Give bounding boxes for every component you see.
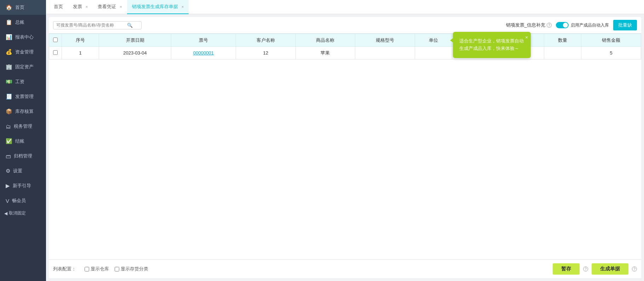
header-amount: 销售金额	[581, 34, 641, 47]
sidebar-item-label: 设置	[13, 168, 22, 174]
tab-generate-inventory-label: 销项发票生成库存单据	[132, 4, 178, 10]
tab-voucher-label: 查看凭证	[98, 4, 116, 10]
reports-icon: 📊	[6, 34, 12, 40]
tab-home-label: 首页	[54, 4, 63, 10]
sidebar-item-label: 报表中心	[15, 34, 34, 40]
save-info-icon[interactable]: ?	[583, 266, 588, 271]
info-label: 销项发票_信息补充 ?	[506, 22, 552, 28]
sidebar-item-settings[interactable]: ⚙ 设置	[0, 164, 46, 178]
sidebar-item-label: 结账	[15, 138, 24, 144]
sidebar-item-label: 总账	[15, 19, 24, 25]
table-wrap: 序号 开票日期 票号 客户名称 商品名称 规格型号 单位 * 存货名称 数量 销…	[49, 34, 641, 259]
close-accounts-icon: ✅	[6, 138, 12, 144]
sidebar: 🏠 首页 📋 总账 📊 报表中心 💰 资金管理 🏢 固定资产 💵 工资 🧾 发票…	[0, 0, 46, 281]
tab-invoice[interactable]: 发票 ×	[68, 0, 93, 14]
table-header-row: 序号 开票日期 票号 客户名称 商品名称 规格型号 单位 * 存货名称 数量 销…	[49, 34, 641, 47]
show-category-checkbox[interactable]	[115, 267, 119, 271]
sidebar-item-guide[interactable]: ▶ 新手引导	[0, 178, 46, 193]
header-customer: 客户名称	[236, 34, 295, 47]
row-qty	[544, 47, 581, 59]
generate-info-icon[interactable]: ?	[632, 266, 637, 271]
guide-icon: ▶	[6, 183, 10, 189]
row-checkbox[interactable]	[53, 50, 58, 55]
tab-bar: 首页 发票 × 查看凭证 × 销项发票生成库存单据 ×	[46, 0, 644, 14]
row-unit	[415, 47, 452, 59]
sidebar-item-vip[interactable]: V 畅会员	[0, 193, 46, 208]
tab-invoice-close[interactable]: ×	[86, 5, 88, 9]
sidebar-item-archive[interactable]: 🗃 归档管理	[0, 149, 46, 164]
sidebar-item-inventory[interactable]: 📦 库存核算	[0, 104, 46, 119]
row-spec	[355, 47, 415, 59]
ledger-icon: 📋	[6, 19, 12, 25]
sidebar-item-label: 资金管理	[15, 49, 34, 55]
sidebar-item-ledger[interactable]: 📋 总账	[0, 15, 46, 30]
sidebar-item-reports[interactable]: 📊 报表中心	[0, 30, 46, 45]
sidebar-item-label: 税务管理	[14, 123, 32, 130]
tooltip-close[interactable]: ×	[525, 34, 528, 41]
tab-generate-inventory[interactable]: 销项发票生成库存单据 ×	[127, 0, 189, 14]
tab-voucher-close[interactable]: ×	[120, 5, 122, 9]
show-warehouse-checkbox[interactable]	[85, 267, 89, 271]
sidebar-item-label: 畅会员	[12, 197, 26, 204]
assets-icon: 🏢	[6, 64, 12, 70]
unpin-icon: ◀	[4, 211, 7, 216]
header-spec: 规格型号	[355, 34, 415, 47]
toggle-wrap: 启用产成品自动入库	[556, 22, 609, 28]
toolbar-right: 销项发票_信息补充 ? 启用产成品自动入库 批量缺	[506, 20, 637, 30]
search-input[interactable]	[56, 23, 127, 28]
save-button[interactable]: 暂存	[553, 263, 580, 275]
batch-button[interactable]: 批量缺	[613, 20, 637, 30]
table-row: 1 2023-03-04 00000001 12 苹果 000001 苹果 个 …	[49, 47, 641, 59]
inventory-icon: 📦	[6, 108, 12, 115]
show-category-label: 显示存货分类	[121, 266, 148, 272]
settings-icon: ⚙	[6, 168, 10, 174]
sidebar-item-label: 发票管理	[15, 93, 34, 100]
toggle-label: 启用产成品自动入库	[571, 22, 609, 28]
tab-home[interactable]: 首页	[49, 0, 68, 14]
show-warehouse-check[interactable]: 显示仓库	[85, 266, 109, 272]
row-ticket-no[interactable]: 00000001	[171, 47, 236, 59]
info-icon[interactable]: ?	[547, 23, 552, 28]
search-icon: 🔍	[127, 23, 133, 28]
tooltip-popup: × 适合生产型企业，销项发票自动生成产成品入库，快来体验～	[453, 32, 531, 58]
sidebar-item-close[interactable]: ✅ 结账	[0, 134, 46, 149]
show-category-check[interactable]: 显示存货分类	[115, 266, 148, 272]
home-icon: 🏠	[6, 4, 12, 11]
footer-btns: 暂存 ? 生成单据 ?	[553, 263, 637, 275]
select-all-checkbox[interactable]	[53, 38, 58, 42]
tab-generate-inventory-close[interactable]: ×	[182, 5, 184, 9]
header-ticket-no: 票号	[171, 34, 236, 47]
generate-button[interactable]: 生成单据	[592, 263, 628, 275]
list-config-label: 列表配置：	[53, 266, 76, 272]
sidebar-item-assets[interactable]: 🏢 固定资产	[0, 59, 46, 74]
header-seq: 序号	[62, 34, 99, 47]
funds-icon: 💰	[6, 49, 12, 55]
unpin-label: 取消固定	[9, 210, 26, 216]
header-product: 商品名称	[295, 34, 355, 47]
unpin-bar[interactable]: ◀ 取消固定	[0, 208, 46, 218]
sidebar-item-home[interactable]: 🏠 首页	[0, 0, 46, 15]
data-table: 序号 开票日期 票号 客户名称 商品名称 规格型号 单位 * 存货名称 数量 销…	[49, 34, 641, 59]
invoice-icon: 🧾	[6, 93, 12, 100]
header-unit: 单位	[415, 34, 452, 47]
row-customer: 12	[236, 47, 295, 59]
sidebar-item-tax[interactable]: 🗂 税务管理	[0, 119, 46, 134]
tab-voucher[interactable]: 查看凭证 ×	[93, 0, 127, 14]
header-date: 开票日期	[99, 34, 171, 47]
sidebar-item-funds[interactable]: 💰 资金管理	[0, 45, 46, 59]
sidebar-item-label: 归档管理	[14, 153, 32, 159]
row-amount: 5	[581, 47, 641, 59]
row-checkbox-cell	[49, 47, 62, 59]
sidebar-item-invoice[interactable]: 🧾 发票管理	[0, 89, 46, 104]
sidebar-item-label: 新手引导	[13, 183, 31, 189]
sidebar-item-label: 库存核算	[15, 108, 34, 115]
auto-warehouse-toggle[interactable]	[556, 22, 569, 28]
content-area: 🔍 销项发票_信息补充 ? 启用产成品自动入库 批量缺	[49, 17, 641, 278]
toolbar: 🔍 销项发票_信息补充 ? 启用产成品自动入库 批量缺	[49, 17, 641, 34]
sidebar-item-salary[interactable]: 💵 工资	[0, 74, 46, 89]
row-seq: 1	[62, 47, 99, 59]
tab-invoice-label: 发票	[73, 4, 82, 10]
search-box[interactable]: 🔍	[53, 21, 142, 29]
row-product: 苹果	[295, 47, 355, 59]
tax-icon: 🗂	[6, 124, 11, 130]
